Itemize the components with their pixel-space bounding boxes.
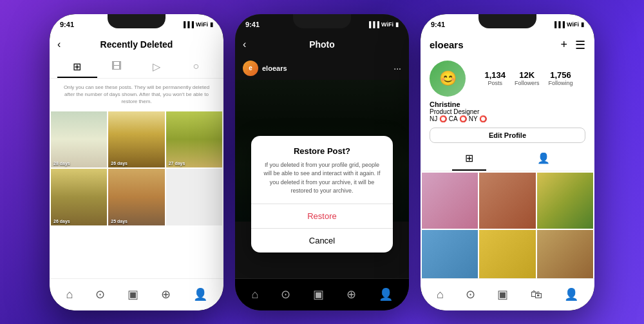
battery-icon: ▮ <box>210 21 213 28</box>
battery-icon-2: ▮ <box>395 21 399 28</box>
profile-header-icons: + ☰ <box>560 38 585 52</box>
wifi-icon: WiFi <box>196 21 208 28</box>
search-icon-2[interactable]: ⊙ <box>281 287 290 301</box>
deleted-cell-3[interactable]: 27 days <box>166 111 222 167</box>
signal-icon-3: ▐▐▐ <box>553 21 565 28</box>
deleted-cell-6 <box>166 169 222 225</box>
signal-icon: ▐▐▐ <box>182 21 194 28</box>
notch-3 <box>478 14 536 28</box>
deleted-cell-5[interactable]: 25 days <box>108 169 164 225</box>
modal-title: Restore Post? <box>261 146 383 156</box>
home-icon-3[interactable]: ⌂ <box>437 288 444 301</box>
grid-tab-photos[interactable]: ⊞ <box>452 147 486 171</box>
shop-icon-1[interactable]: ⊕ <box>161 287 171 301</box>
menu-icon[interactable]: ☰ <box>575 38 585 52</box>
back-button-2[interactable]: ‹ <box>243 39 246 50</box>
restore-modal: Restore Post? If you deleted it from you… <box>251 136 393 253</box>
cell-label-1: 28 days <box>53 161 70 166</box>
status-icons-1: ▐▐▐ WiFi ▮ <box>182 21 213 28</box>
profile-icon-1[interactable]: 👤 <box>193 287 207 301</box>
search-icon-1[interactable]: ⊙ <box>95 287 105 301</box>
deleted-photo-3 <box>166 111 222 167</box>
stat-following-num: 1,756 <box>549 70 573 80</box>
page-title-1: Recently Deleted <box>100 39 173 50</box>
cell-label-2: 26 days <box>111 161 128 166</box>
bottom-nav-1: ⌂ ⊙ ▣ ⊕ 👤 <box>50 278 223 310</box>
modal-content: Restore Post? If you deleted it from you… <box>251 136 393 196</box>
profile-header: eloears + ☰ <box>421 32 594 58</box>
search-icon-3[interactable]: ⊙ <box>466 287 475 301</box>
deleted-cell-4[interactable]: 26 days <box>51 169 107 225</box>
deleted-photo-grid: 28 days 26 days 27 days 26 days 25 days <box>50 110 223 227</box>
bio-location: NJ ⭕ CA ⭕ NY ⭕ <box>430 115 585 122</box>
filter-tabs: ⊞ 🎞 ▷ ○ <box>50 57 223 79</box>
home-icon-2[interactable]: ⌂ <box>251 288 258 301</box>
wifi-icon-3: WiFi <box>567 21 579 28</box>
reels-icon-1[interactable]: ▣ <box>128 287 138 301</box>
profile-username: eloears <box>430 39 464 50</box>
status-time-3: 9:41 <box>431 21 445 28</box>
cell-label-4: 26 days <box>53 219 70 224</box>
profile-stats: 1,134 Posts 12K Followers 1,756 Followin… <box>472 70 585 86</box>
phone-recently-deleted: 9:41 ▐▐▐ WiFi ▮ ‹ Recently Deleted ⊞ 🎞 ▷… <box>50 14 223 310</box>
deleted-photo-6 <box>166 169 222 225</box>
notch <box>108 14 166 28</box>
photo-nav-bar: ‹ Photo <box>235 32 409 57</box>
back-button-1[interactable]: ‹ <box>57 39 61 50</box>
cancel-button[interactable]: Cancel <box>251 229 393 253</box>
deleted-cell-1[interactable]: 28 days <box>51 111 107 167</box>
info-text: Only you can see these posts. They will … <box>50 79 223 111</box>
add-icon[interactable]: + <box>560 38 567 52</box>
bottom-nav-2: ⌂ ⊙ ▣ ⊕ 👤 <box>235 278 409 310</box>
phone-profile: 9:41 ▐▐▐ WiFi ▮ eloears + ☰ 😊 1,134 Post… <box>421 14 594 310</box>
bio-name: Christine <box>430 100 585 108</box>
profile-main: 😊 1,134 Posts 12K Followers 1,756 Follow… <box>421 58 594 147</box>
reels-icon-3[interactable]: ▣ <box>497 287 508 301</box>
stat-following-label: Following <box>549 80 573 86</box>
notch-2 <box>293 14 351 28</box>
restore-button[interactable]: Restore <box>251 204 393 228</box>
edit-profile-button[interactable]: Edit Profile <box>430 128 585 143</box>
profile-avatar[interactable]: 😊 <box>430 61 466 97</box>
stat-posts-label: Posts <box>484 80 506 86</box>
deleted-photo-5 <box>108 169 164 225</box>
home-icon-1[interactable]: ⌂ <box>66 288 73 301</box>
filter-tab-video[interactable]: ▷ <box>137 57 176 78</box>
grid-tab-tagged[interactable]: 👤 <box>524 147 563 171</box>
bottom-nav-3: ⌂ ⊙ ▣ 🛍 👤 <box>421 278 594 310</box>
filter-tab-story[interactable]: ○ <box>176 57 216 78</box>
user-avatar-sm: e <box>243 61 258 76</box>
deleted-photo-2 <box>108 111 164 167</box>
phone-photo-restore: 9:41 ▐▐▐ WiFi ▮ ‹ Photo e eloears ··· Re… <box>235 14 409 310</box>
deleted-photo-1 <box>51 111 107 167</box>
stat-followers-label: Followers <box>515 80 540 86</box>
stat-following: 1,756 Following <box>549 70 573 86</box>
profile-grid-tabs: ⊞ 👤 <box>421 147 594 171</box>
nav-bar-1: ‹ Recently Deleted <box>50 32 223 57</box>
filter-tab-film[interactable]: 🎞 <box>97 57 137 78</box>
deleted-photo-4 <box>51 169 107 225</box>
battery-icon-3: ▮ <box>581 21 584 28</box>
stat-followers: 12K Followers <box>515 70 540 86</box>
shop-icon-3[interactable]: 🛍 <box>531 288 542 301</box>
profile-photo-2[interactable] <box>479 173 535 229</box>
profile-icon-3[interactable]: 👤 <box>564 287 578 301</box>
deleted-cell-2[interactable]: 26 days <box>108 111 164 167</box>
signal-icon-2: ▐▐▐ <box>367 21 379 28</box>
cell-label-5: 25 days <box>111 219 128 224</box>
photo-title: Photo <box>309 39 335 50</box>
profile-photo-3[interactable] <box>537 173 593 229</box>
modal-description: If you deleted it from your profile grid… <box>261 161 383 196</box>
stat-posts: 1,134 Posts <box>484 70 506 86</box>
profile-photo-1[interactable] <box>422 173 478 229</box>
profile-bio: Christine Product Designer NJ ⭕ CA ⭕ NY … <box>430 100 585 122</box>
more-options-icon[interactable]: ··· <box>393 63 401 73</box>
shop-icon-2[interactable]: ⊕ <box>346 287 356 301</box>
cell-label-3: 27 days <box>169 161 185 166</box>
reels-icon-2[interactable]: ▣ <box>313 287 324 301</box>
stat-posts-num: 1,134 <box>484 70 506 80</box>
profile-icon-2[interactable]: 👤 <box>379 287 393 301</box>
filter-tab-grid[interactable]: ⊞ <box>57 57 97 78</box>
user-info-bar: e eloears ··· <box>235 57 409 80</box>
bio-title: Product Designer <box>430 108 585 115</box>
